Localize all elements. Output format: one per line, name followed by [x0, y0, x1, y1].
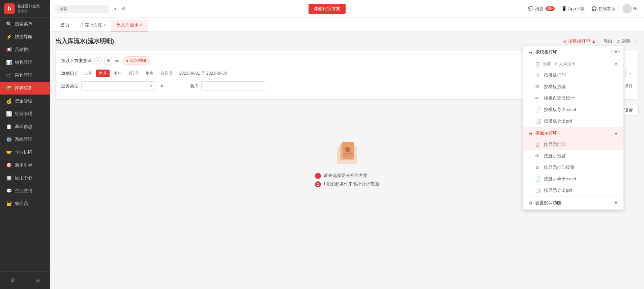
current-template-label[interactable]: 📋 当前：出入库流水 ▼	[523, 58, 623, 70]
close-dropdown-button[interactable]: ×	[617, 48, 621, 55]
dropdown-item-display-pdf[interactable]: 📑 按显示导出pdf	[523, 185, 623, 196]
sidebar-item-wechat[interactable]: 💬 企业微信	[0, 184, 50, 197]
export-button[interactable]: ↑ 导出	[600, 38, 612, 44]
appcenter-icon: 🔲	[5, 175, 12, 181]
dropdown-item-template-excel[interactable]: 📄 按模板导出excel	[523, 104, 623, 115]
svg-rect-5	[344, 155, 350, 156]
tab-home[interactable]: 首页	[55, 19, 75, 31]
dropdown-template-print-header[interactable]: 🖨 按模板打印 ▼	[523, 46, 623, 58]
default-icon: ⚙	[528, 201, 532, 206]
tab-batch-close[interactable]: ×	[104, 23, 106, 27]
sidebar-item-appcenter[interactable]: 🔲 应用中心	[0, 172, 50, 184]
tab-batch-label: 库存批次账	[80, 22, 102, 28]
sidebar-item-label: 企业微信	[15, 188, 32, 194]
sidebar-item-operations[interactable]: 📈 经营管理	[0, 107, 50, 120]
maximize-button[interactable]: ⤢	[609, 48, 613, 54]
current-icon: 📋	[535, 62, 540, 67]
date-opt-thismonth[interactable]: 本月	[96, 70, 110, 77]
empty-step-1: 1 请先选择要分析的方案	[315, 173, 379, 179]
refresh-label: 刷新	[621, 38, 630, 44]
app-download-label: App下载	[568, 6, 585, 12]
excel-item-icon: 📄	[535, 107, 540, 112]
app-download-button[interactable]: 📱 App下载	[561, 6, 585, 12]
svg-rect-4	[344, 153, 352, 154]
header-gear-icon[interactable]: ⚙	[121, 5, 126, 12]
refresh-button[interactable]: ↺ 刷新	[616, 38, 630, 44]
dropdown-item-display-excel[interactable]: 📄 按显示导出excel	[523, 173, 623, 185]
dropdown-item-display-preview[interactable]: 👁 按显示预览	[523, 150, 623, 162]
filter-add-button[interactable]: +	[94, 57, 102, 64]
dropdown-item-template-pdf[interactable]: 📑 按模板导出pdf	[523, 115, 623, 127]
warehouse-input[interactable]	[201, 81, 265, 90]
sidebar-item-guide[interactable]: 🎯 新手引导	[0, 159, 50, 172]
dropdown-item-display-print[interactable]: 🖨 按显示打印	[523, 139, 623, 150]
export-icon: ↑	[600, 39, 602, 44]
dropdown-item-template-design[interactable]: ✏ 模板自定义设计	[523, 93, 623, 104]
filter-collapse-button[interactable]: ≪	[115, 58, 120, 63]
header-search-input[interactable]	[55, 5, 109, 13]
inventory-icon: 📦	[5, 85, 12, 91]
wechat-icon: 💬	[5, 188, 12, 193]
biztype-select[interactable]	[81, 81, 155, 90]
doctype-more-icon[interactable]: ···	[628, 71, 633, 77]
date-opt-thisyear[interactable]: 本年	[111, 70, 124, 77]
dropdown-item-display-settings-label: 按显示打印设置	[544, 164, 575, 170]
customer-service-button[interactable]: 🎧 在线客服	[591, 6, 616, 12]
tab-batch[interactable]: 库存批次账 ×	[75, 19, 111, 31]
system-icon: ⚙️	[5, 137, 12, 142]
dropdown-item-template-print[interactable]: 🖨 按模板打印	[523, 70, 623, 81]
template-print-button[interactable]: 🖨 按模板打印 ▲	[562, 38, 596, 44]
tab-flow-close[interactable]: ×	[140, 23, 142, 27]
date-opt-lastmonth[interactable]: 上月	[81, 70, 95, 77]
sidebar-item-label: 畅会员	[15, 201, 28, 207]
filter-label: 按以下方案查询	[61, 58, 92, 64]
more-actions-icon[interactable]: ···	[634, 38, 639, 44]
sidebar-item-system[interactable]: ⚙️ 系统管理	[0, 133, 50, 146]
sidebar-item-basic[interactable]: 📋 基础信息	[0, 120, 50, 133]
user-menu[interactable]: Rit	[622, 4, 639, 14]
finance-icon: 💰	[5, 98, 12, 104]
sidebar-item-label: 采购管理	[15, 72, 32, 78]
dropdown-item-display-preview-label: 按显示预览	[544, 153, 566, 159]
dropdown-item-display-settings[interactable]: ⚙ 按显示打印设置	[523, 162, 623, 173]
tab-home-label: 首页	[61, 22, 69, 28]
date-opt-7days[interactable]: 近7天	[126, 70, 142, 77]
display-excel-icon: 📄	[535, 176, 540, 182]
dropdown-default-header-inner: ⚙ 设置默认功能	[528, 200, 561, 206]
empty-step-2: 2 用[过滤]条件来缩小分析范围	[315, 181, 379, 187]
sidebar-item-quicknav[interactable]: ⚡ 快捷导航	[0, 30, 50, 43]
sales-icon: 📊	[5, 60, 12, 65]
date-opt-custom[interactable]: 自定义	[158, 70, 175, 77]
message-button[interactable]: 💬 消息 99+	[528, 6, 555, 12]
dropdown-default-section: ⚙ 设置默认功能 ▼	[523, 196, 623, 210]
sidebar-item-marketing[interactable]: 📢 营销推广	[0, 43, 50, 56]
logo-text-group: 畅捷通好生意 标准版	[18, 4, 40, 14]
sidebar-item-purchase[interactable]: 🛒 采购管理	[0, 69, 50, 82]
header-dropdown-icon: ▼	[113, 6, 117, 11]
sidebar-item-enterprise[interactable]: 🤝 企业协同	[0, 146, 50, 159]
expand-bottom-icon[interactable]: ⊞	[33, 275, 42, 286]
filter-tag-icon: ●	[126, 58, 128, 63]
sidebar-item-membership[interactable]: 👑 畅会员	[0, 197, 50, 210]
dropdown-default-header[interactable]: ⚙ 设置默认功能 ▼	[523, 196, 623, 209]
settings-bottom-icon[interactable]: ⚙	[8, 275, 17, 286]
biztype-dropdown-icon[interactable]: ▼	[159, 83, 164, 89]
sidebar-item-search[interactable]: 🔍 搜索菜单	[0, 18, 50, 30]
filter-settings-button[interactable]: ⚙	[105, 57, 112, 64]
warehouse-more-icon[interactable]: ···	[268, 83, 272, 89]
date-field: 单据日期 上月 本月 本年 近7天 更多 自定义 2023-06-01 至 20…	[61, 70, 227, 77]
dropdown-panel: ⤢ × 🖨 按模板打印 ▼ 📋 当前：出入库流水 ▼ 🖨	[523, 45, 624, 210]
message-badge: 99+	[546, 6, 555, 11]
export-label: 导出	[604, 38, 612, 44]
dropdown-item-display-pdf-label: 按显示导出pdf	[544, 187, 572, 193]
date-opt-more[interactable]: 更多	[143, 70, 156, 77]
logo-icon: b	[4, 3, 15, 14]
dropdown-display-print-header[interactable]: 🖨 按显示打印 ▲	[523, 127, 623, 139]
sidebar-item-sales[interactable]: 📊 销售管理	[0, 56, 50, 69]
trial-button[interactable]: 体验行业方案	[309, 4, 346, 14]
sidebar-item-inventory[interactable]: 📦 库存核算	[0, 82, 50, 95]
dropdown-item-template-preview[interactable]: 👁 按模板预览	[523, 81, 623, 93]
sidebar-item-finance[interactable]: 💰 资金管理	[0, 95, 50, 107]
tab-flow[interactable]: 出入库流水 ×	[111, 19, 148, 31]
headset-icon: 🎧	[591, 6, 597, 11]
